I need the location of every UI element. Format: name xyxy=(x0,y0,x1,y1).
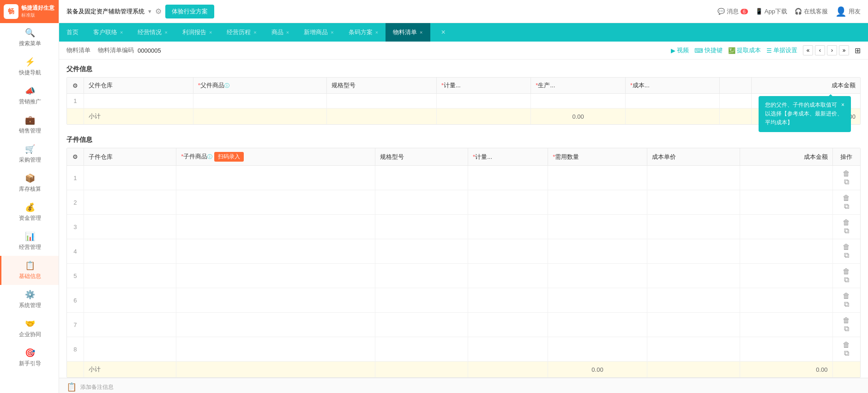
trial-button[interactable]: 体验行业方案 xyxy=(165,5,214,18)
tab-profit-close[interactable]: × xyxy=(209,30,212,35)
child-row-4-spec[interactable] xyxy=(375,239,468,264)
tab-goods[interactable]: 商品 × xyxy=(264,23,296,42)
child-row-5-unit-cost[interactable] xyxy=(647,264,740,288)
tab-profit[interactable]: 利润报告 × xyxy=(175,23,219,42)
child-row-8-spec[interactable] xyxy=(375,337,468,362)
child-row-8-qty[interactable] xyxy=(548,337,647,362)
tab-bom[interactable]: 物料清单 × xyxy=(386,23,430,42)
child-row-3-warehouse[interactable] xyxy=(84,215,176,239)
child-row-7-warehouse[interactable] xyxy=(84,313,176,337)
delete-icon[interactable]: 🗑 xyxy=(843,316,850,324)
child-row-7-unit-cost[interactable] xyxy=(647,313,740,337)
parent-row-1-spec[interactable] xyxy=(327,94,436,109)
child-row-1-warehouse[interactable] xyxy=(84,166,176,190)
delete-icon[interactable]: 🗑 xyxy=(843,341,850,349)
child-row-6-qty[interactable] xyxy=(548,288,647,313)
parent-th-settings[interactable]: ⚙ xyxy=(67,78,84,94)
grid-view-icon[interactable]: ⊞ xyxy=(855,46,861,55)
child-row-1-unit-cost[interactable] xyxy=(647,166,740,190)
prev-first-btn[interactable]: « xyxy=(803,45,813,55)
delete-icon[interactable]: 🗑 xyxy=(843,292,850,300)
child-row-2-unit-cost[interactable] xyxy=(647,190,740,215)
child-row-2-unit[interactable] xyxy=(468,190,548,215)
action-view[interactable]: ▶ 视频 xyxy=(671,46,689,54)
delete-icon[interactable]: 🗑 xyxy=(843,169,850,177)
child-row-2-warehouse[interactable] xyxy=(84,190,176,215)
app-download-item[interactable]: 📱 App下载 xyxy=(755,7,787,16)
child-row-2-qty[interactable] xyxy=(548,190,647,215)
child-row-4-warehouse[interactable] xyxy=(84,239,176,264)
user-item[interactable]: 👤 用友 xyxy=(835,6,861,17)
child-row-7-goods[interactable] xyxy=(176,313,375,337)
child-row-6-warehouse[interactable] xyxy=(84,288,176,313)
child-row-8-unit-cost[interactable] xyxy=(647,337,740,362)
dropdown-icon[interactable]: ▾ xyxy=(148,8,151,15)
breadcrumb-bom[interactable]: 物料清单 xyxy=(66,46,90,54)
tab-new-goods-close[interactable]: × xyxy=(331,30,333,35)
tab-new-goods[interactable]: 新增商品 × xyxy=(296,23,341,42)
action-single-setting[interactable]: ☰ 单据设置 xyxy=(766,46,797,54)
copy-icon[interactable]: ⧉ xyxy=(844,227,849,235)
child-row-5-qty[interactable] xyxy=(548,264,647,288)
tab-customer[interactable]: 客户联络 × xyxy=(86,23,130,42)
tab-history[interactable]: 经营历程 × xyxy=(219,23,264,42)
child-row-7-qty[interactable] xyxy=(548,313,647,337)
child-row-4-goods[interactable] xyxy=(176,239,375,264)
child-row-4-qty[interactable] xyxy=(548,239,647,264)
nav-global-close[interactable]: × xyxy=(438,28,449,36)
child-row-4-unit[interactable] xyxy=(468,239,548,264)
child-row-1-unit[interactable] xyxy=(468,166,548,190)
tooltip-close-btn[interactable]: × xyxy=(841,101,844,109)
message-item[interactable]: 💬 消息 6 xyxy=(717,7,748,16)
copy-icon[interactable]: ⧉ xyxy=(844,251,849,259)
tab-goods-close[interactable]: × xyxy=(286,30,289,35)
child-row-2-spec[interactable] xyxy=(375,190,468,215)
sidebar-item-sales[interactable]: 💼 销售管理 xyxy=(0,110,59,139)
sidebar-item-system[interactable]: ⚙️ 系统管理 xyxy=(0,285,59,314)
tab-barcode-close[interactable]: × xyxy=(375,30,378,35)
child-row-5-spec[interactable] xyxy=(375,264,468,288)
sidebar-item-finance[interactable]: 💰 资金管理 xyxy=(0,198,59,227)
child-row-3-unit-cost[interactable] xyxy=(647,215,740,239)
parent-row-1-warehouse[interactable] xyxy=(84,94,193,109)
sidebar-item-basic[interactable]: 📋 基础信息 xyxy=(0,256,59,285)
action-extract-cost[interactable]: 💹 提取成本 xyxy=(728,46,761,54)
child-row-8-warehouse[interactable] xyxy=(84,337,176,362)
sidebar-item-purchase[interactable]: 🛒 采购管理 xyxy=(0,139,59,169)
sidebar-item-collab[interactable]: 🤝 企业协同 xyxy=(0,314,59,343)
child-row-2-goods[interactable] xyxy=(176,190,375,215)
delete-icon[interactable]: 🗑 xyxy=(843,267,850,275)
child-row-3-unit[interactable] xyxy=(468,215,548,239)
child-row-1-spec[interactable] xyxy=(375,166,468,190)
child-row-3-qty[interactable] xyxy=(548,215,647,239)
child-row-1-goods[interactable] xyxy=(176,166,375,190)
parent-row-1-production[interactable] xyxy=(531,94,626,109)
tab-operation-close[interactable]: × xyxy=(164,30,167,35)
copy-icon[interactable]: ⧉ xyxy=(844,349,849,357)
settings-icon[interactable]: ⚙ xyxy=(155,7,162,16)
child-row-6-spec[interactable] xyxy=(375,288,468,313)
tab-home[interactable]: 首页 xyxy=(59,23,86,42)
child-row-8-goods[interactable] xyxy=(176,337,375,362)
copy-icon[interactable]: ⧉ xyxy=(844,202,849,210)
tab-history-close[interactable]: × xyxy=(253,30,256,35)
child-row-8-unit[interactable] xyxy=(468,337,548,362)
child-row-6-unit-cost[interactable] xyxy=(647,288,740,313)
tab-barcode[interactable]: 条码方案 × xyxy=(341,23,386,42)
child-row-5-warehouse[interactable] xyxy=(84,264,176,288)
prev-btn[interactable]: ‹ xyxy=(815,45,825,55)
next-last-btn[interactable]: » xyxy=(839,45,849,55)
sidebar-item-search[interactable]: 🔍 搜索菜单 xyxy=(0,23,59,52)
copy-icon[interactable]: ⧉ xyxy=(844,178,849,186)
child-row-5-unit[interactable] xyxy=(468,264,548,288)
sidebar-item-nav[interactable]: ⚡ 快捷导航 xyxy=(0,52,59,81)
child-row-4-unit-cost[interactable] xyxy=(647,239,740,264)
parent-row-1-unit[interactable] xyxy=(436,94,531,109)
action-shortcut[interactable]: ⌨ 快捷键 xyxy=(694,46,723,54)
sidebar-item-marketing[interactable]: 📣 营销推广 xyxy=(0,81,59,110)
delete-icon[interactable]: 🗑 xyxy=(843,243,850,251)
copy-icon[interactable]: ⧉ xyxy=(844,276,849,284)
tab-customer-close[interactable]: × xyxy=(120,30,123,35)
parent-row-1-cost[interactable] xyxy=(625,94,720,109)
delete-icon[interactable]: 🗑 xyxy=(843,194,850,202)
